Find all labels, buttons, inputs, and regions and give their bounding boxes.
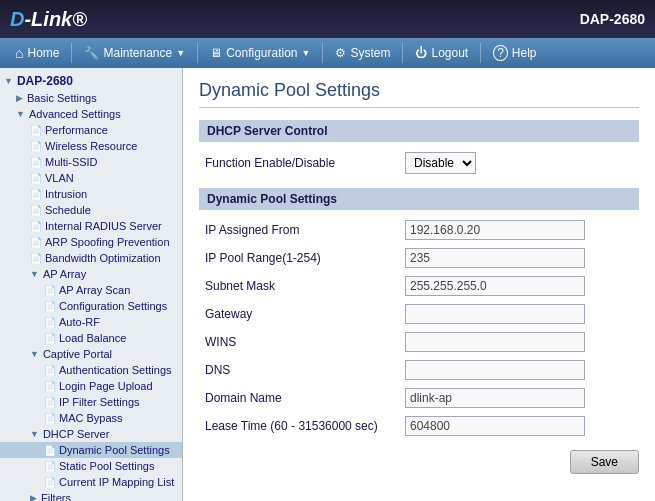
dns-input[interactable] — [405, 360, 585, 380]
page-icon: 📄 — [30, 173, 42, 184]
sidebar-item-ap-array[interactable]: ▼AP Array — [0, 266, 182, 282]
sidebar-item-multi-ssid[interactable]: 📄Multi-SSID — [0, 154, 182, 170]
sidebar-label: Captive Portal — [43, 348, 112, 360]
sidebar-item-auto-rf[interactable]: 📄Auto-RF — [0, 314, 182, 330]
table-row-subnet: Subnet Mask — [199, 272, 639, 300]
main-layout: ▼DAP-2680▶Basic Settings▼Advanced Settin… — [0, 68, 655, 501]
sidebar-item-performance[interactable]: 📄Performance — [0, 122, 182, 138]
sidebar-item-intrusion[interactable]: 📄Intrusion — [0, 186, 182, 202]
nav-help[interactable]: ? Help — [483, 41, 546, 65]
sidebar-item-vlan[interactable]: 📄VLAN — [0, 170, 182, 186]
sidebar-item-dap-2680[interactable]: ▼DAP-2680 — [0, 72, 182, 90]
field-value: Disable Enable — [399, 148, 639, 178]
sidebar-label: VLAN — [45, 172, 74, 184]
sidebar-item-filters[interactable]: ▶Filters — [0, 490, 182, 501]
ip-pool-input[interactable] — [405, 248, 585, 268]
page-icon: 📄 — [44, 317, 56, 328]
header: D-Link® DAP-2680 — [0, 0, 655, 38]
logo: D-Link® — [10, 8, 87, 31]
label-gateway: Gateway — [199, 300, 399, 328]
content-area: Dynamic Pool Settings DHCP Server Contro… — [183, 68, 655, 501]
sidebar-label: Schedule — [45, 204, 91, 216]
sidebar-item-login-page-upload[interactable]: 📄Login Page Upload — [0, 378, 182, 394]
sidebar-item-captive-portal[interactable]: ▼Captive Portal — [0, 346, 182, 362]
page-icon: 📄 — [30, 253, 42, 264]
nav-help-label: Help — [512, 46, 537, 60]
nav-home-label: Home — [27, 46, 59, 60]
sidebar-item-mac-bypass[interactable]: 📄MAC Bypass — [0, 410, 182, 426]
value-ip-pool — [399, 244, 639, 272]
nav-configuration[interactable]: 🖥 Configuration ▼ — [200, 42, 320, 64]
monitor-icon: 🖥 — [210, 46, 222, 60]
value-wins — [399, 328, 639, 356]
sidebar-item-current-ip-mapping-list[interactable]: 📄Current IP Mapping List — [0, 474, 182, 490]
table-row-domain: Domain Name — [199, 384, 639, 412]
logo-d: D — [10, 8, 24, 30]
wrench-icon: 🔧 — [84, 46, 99, 60]
system-icon: ⚙ — [335, 46, 346, 60]
wins-input[interactable] — [405, 332, 585, 352]
sidebar-item-wireless-resource[interactable]: 📄Wireless Resource — [0, 138, 182, 154]
nav-logout-label: Logout — [431, 46, 468, 60]
value-ip-assigned — [399, 216, 639, 244]
expand-right-icon: ▶ — [16, 93, 23, 103]
expand-down-icon: ▼ — [16, 109, 25, 119]
gateway-input[interactable] — [405, 304, 585, 324]
ip-assigned-input[interactable] — [405, 220, 585, 240]
label-dns: DNS — [199, 356, 399, 384]
page-icon: 📄 — [44, 477, 56, 488]
expand-down-icon: ▼ — [30, 269, 39, 279]
nav-logout[interactable]: ⏻ Logout — [405, 42, 478, 64]
dhcp-control-table: Function Enable/Disable Disable Enable — [199, 148, 639, 178]
nav-configuration-label: Configuration — [226, 46, 297, 60]
nav-maintenance[interactable]: 🔧 Maintenance ▼ — [74, 42, 195, 64]
sidebar-item-ap-array-scan[interactable]: 📄AP Array Scan — [0, 282, 182, 298]
sidebar-item-dhcp-server[interactable]: ▼DHCP Server — [0, 426, 182, 442]
sidebar-label: Performance — [45, 124, 108, 136]
label-lease: Lease Time (60 - 31536000 sec) — [199, 412, 399, 440]
sidebar-label: Advanced Settings — [29, 108, 121, 120]
label-subnet: Subnet Mask — [199, 272, 399, 300]
sidebar-item-schedule[interactable]: 📄Schedule — [0, 202, 182, 218]
sidebar-label: DHCP Server — [43, 428, 109, 440]
page-icon: 📄 — [30, 237, 42, 248]
sidebar-item-advanced-settings[interactable]: ▼Advanced Settings — [0, 106, 182, 122]
sidebar-item-internal-radius-server[interactable]: 📄Internal RADIUS Server — [0, 218, 182, 234]
nav-sep-3 — [322, 43, 323, 63]
nav-system[interactable]: ⚙ System — [325, 42, 400, 64]
sidebar-label: Configuration Settings — [59, 300, 167, 312]
lease-time-input[interactable] — [405, 416, 585, 436]
value-lease — [399, 412, 639, 440]
page-title: Dynamic Pool Settings — [199, 80, 639, 108]
sidebar-item-ip-filter-settings[interactable]: 📄IP Filter Settings — [0, 394, 182, 410]
dropdown-arrow-icon: ▼ — [176, 48, 185, 58]
table-row-ip-pool: IP Pool Range(1-254) — [199, 244, 639, 272]
sidebar-item-bandwidth-optimization[interactable]: 📄Bandwidth Optimization — [0, 250, 182, 266]
sidebar-label: Auto-RF — [59, 316, 100, 328]
function-enable-select[interactable]: Disable Enable — [405, 152, 476, 174]
sidebar-item-configuration-settings[interactable]: 📄Configuration Settings — [0, 298, 182, 314]
logout-icon: ⏻ — [415, 46, 427, 60]
nav-system-label: System — [350, 46, 390, 60]
sidebar-item-authentication-settings[interactable]: 📄Authentication Settings — [0, 362, 182, 378]
sidebar-item-basic-settings[interactable]: ▶Basic Settings — [0, 90, 182, 106]
sidebar-label: Internal RADIUS Server — [45, 220, 162, 232]
sidebar-item-load-balance[interactable]: 📄Load Balance — [0, 330, 182, 346]
page-icon: 📄 — [30, 221, 42, 232]
sidebar-item-arp-spoofing-prevention[interactable]: 📄ARP Spoofing Prevention — [0, 234, 182, 250]
domain-name-input[interactable] — [405, 388, 585, 408]
nav-sep-1 — [71, 43, 72, 63]
save-button[interactable]: Save — [570, 450, 639, 474]
page-icon: 📄 — [44, 461, 56, 472]
sidebar-item-dynamic-pool-settings[interactable]: 📄Dynamic Pool Settings — [0, 442, 182, 458]
label-wins: WINS — [199, 328, 399, 356]
label-ip-assigned: IP Assigned From — [199, 216, 399, 244]
table-row: Function Enable/Disable Disable Enable — [199, 148, 639, 178]
nav-home[interactable]: ⌂ Home — [5, 41, 69, 65]
expand-down-icon: ▼ — [30, 349, 39, 359]
house-icon: ⌂ — [15, 45, 23, 61]
page-icon: 📄 — [44, 445, 56, 456]
sidebar-item-static-pool-settings[interactable]: 📄Static Pool Settings — [0, 458, 182, 474]
subnet-mask-input[interactable] — [405, 276, 585, 296]
page-icon: 📄 — [44, 333, 56, 344]
